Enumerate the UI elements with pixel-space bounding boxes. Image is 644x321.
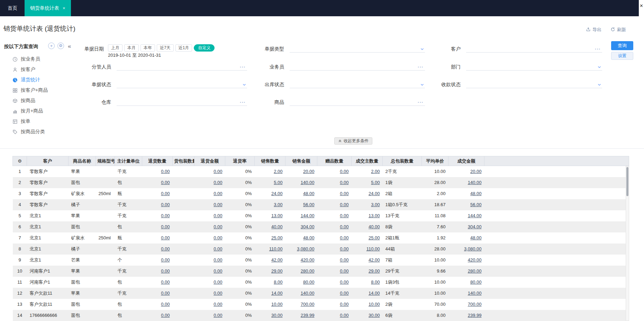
cell-value-link[interactable]: 0.00 [161, 180, 170, 185]
sidebar-item-return-statistics[interactable]: 退货统计 [0, 75, 80, 85]
cell-value-link[interactable]: 304.00 [301, 224, 315, 229]
warehouse-picker[interactable]: ··· [117, 98, 247, 106]
sidebar-item-by-product[interactable]: 按商品 [0, 95, 80, 106]
date-range-text[interactable]: 2019-10-01 至 2020-01-31 [108, 52, 161, 58]
cell-value-link[interactable]: 239.99 [301, 313, 315, 318]
cell-value-link[interactable]: 0.00 [214, 169, 222, 174]
cell-value-link[interactable]: 0.00 [340, 302, 348, 307]
cell-value-link[interactable]: 0.00 [340, 268, 348, 274]
cell-value-link[interactable]: 5.00 [371, 180, 380, 185]
cell-value-link[interactable]: 3,080.00 [297, 246, 315, 251]
cell-value-link[interactable]: 48.00 [470, 235, 482, 240]
cell-value-link[interactable]: 110.00 [269, 246, 283, 251]
cell-value-link[interactable]: 0.00 [214, 235, 222, 240]
add-scheme-button[interactable]: + [48, 43, 55, 49]
cell-value-link[interactable]: 0.00 [214, 291, 222, 296]
collapse-more-conditions-button[interactable]: 收起更多条件 [334, 137, 372, 145]
column-header[interactable]: 货包装数量 [173, 156, 194, 166]
cell-value-link[interactable]: 0.00 [214, 257, 222, 263]
column-header[interactable]: 总包装数量 [383, 156, 422, 166]
vertical-scrollbar[interactable] [626, 166, 629, 321]
cell-value-link[interactable]: 80.00 [303, 279, 315, 285]
cell-value-link[interactable]: 0.00 [161, 191, 170, 196]
doc-status-select[interactable] [117, 80, 247, 88]
table-row[interactable]: 10河南客户1苹果千克0.000.000%29.00280.000.0029.0… [13, 266, 629, 277]
product-picker[interactable]: ··· [290, 98, 425, 106]
cell-value-link[interactable]: 0.00 [214, 279, 222, 285]
tab-sales-statistics[interactable]: 销货单统计表 × [25, 0, 71, 16]
date-quick-this-year[interactable]: 本年 [140, 44, 155, 52]
cell-value-link[interactable]: 0.00 [161, 291, 170, 296]
cell-value-link[interactable]: 10.00 [369, 302, 380, 307]
cell-value-link[interactable]: 40.00 [271, 224, 283, 229]
date-quick-last-1-month[interactable]: 近1月 [175, 44, 192, 52]
cell-value-link[interactable]: 280.00 [468, 268, 482, 274]
scrollbar-thumb[interactable] [626, 167, 628, 196]
cell-value-link[interactable]: 0.00 [161, 268, 170, 274]
column-header[interactable]: 退货数量 [142, 156, 173, 166]
cell-value-link[interactable]: 3.00 [274, 202, 282, 207]
cell-value-link[interactable]: 10.00 [271, 302, 283, 307]
cell-value-link[interactable]: 13.00 [271, 213, 283, 218]
export-button[interactable]: 导出 [586, 27, 601, 33]
refresh-button[interactable]: 刷新 [610, 27, 626, 33]
cell-value-link[interactable]: 0.00 [340, 191, 348, 196]
cell-value-link[interactable]: 0.00 [340, 235, 348, 240]
cell-value-link[interactable]: 420.00 [468, 257, 482, 263]
table-row[interactable]: 1零散客户苹果千克0.000.000%2.0020.000.002.002千克1… [13, 166, 629, 177]
cell-value-link[interactable]: 0.00 [161, 235, 170, 240]
cell-value-link[interactable]: 48.00 [303, 235, 315, 240]
cell-value-link[interactable]: 700.00 [301, 302, 315, 307]
sidebar-collapse-icon[interactable]: « [68, 43, 71, 50]
cell-value-link[interactable]: 29.00 [271, 268, 283, 274]
cell-value-link[interactable]: 0.00 [340, 291, 348, 296]
doc-type-select[interactable] [290, 44, 425, 53]
cell-value-link[interactable]: 13.00 [369, 213, 380, 218]
cell-value-link[interactable]: 0.00 [161, 213, 170, 218]
cell-value-link[interactable]: 0.00 [161, 279, 170, 285]
cell-value-link[interactable]: 0.00 [214, 180, 222, 185]
cell-value-link[interactable]: 56.00 [303, 202, 315, 207]
cell-value-link[interactable]: 20.00 [303, 169, 315, 174]
cell-value-link[interactable]: 5.00 [274, 180, 282, 185]
cell-value-link[interactable]: 0.00 [214, 191, 222, 196]
cell-value-link[interactable]: 8.00 [371, 279, 380, 285]
date-quick-last-month[interactable]: 上月 [108, 44, 123, 52]
cell-value-link[interactable]: 0.00 [340, 313, 348, 318]
cell-value-link[interactable]: 80.00 [470, 279, 482, 285]
cell-value-link[interactable]: 25.00 [369, 235, 380, 240]
cell-value-link[interactable]: 0.00 [214, 268, 222, 274]
table-row[interactable]: 9北京1芒果个0.000.000%42.00420.000.0042.007箱1… [13, 255, 629, 266]
cell-value-link[interactable]: 56.00 [470, 202, 482, 207]
cell-value-link[interactable]: 42.00 [271, 257, 283, 263]
column-header[interactable]: 客户 [27, 156, 69, 166]
cell-value-link[interactable]: 24.00 [369, 191, 380, 196]
sidebar-item-by-salesman[interactable]: 按业务员 [0, 54, 80, 64]
table-row[interactable]: 1417666666666面包包0.000.000%30.00239.990.0… [13, 310, 629, 321]
cell-value-link[interactable]: 280.00 [301, 268, 315, 274]
table-row[interactable]: 4零散客户橘子千克0.000.000%3.0056.000.003.001箱0.… [13, 199, 629, 210]
cell-value-link[interactable]: 2.00 [274, 169, 282, 174]
date-quick-last-7-days[interactable]: 近7天 [157, 44, 174, 52]
cell-value-link[interactable]: 0.00 [340, 279, 348, 285]
cell-value-link[interactable]: 29.00 [369, 268, 380, 274]
query-button[interactable]: 查询 [611, 41, 633, 50]
sidebar-item-product-category[interactable]: 按商品分类 [0, 127, 80, 137]
cell-value-link[interactable]: 42.00 [369, 257, 380, 263]
cell-value-link[interactable]: 14.00 [369, 291, 380, 296]
cell-value-link[interactable]: 0.00 [214, 246, 222, 251]
cell-value-link[interactable]: 40.00 [369, 224, 380, 229]
tab-close-icon[interactable]: × [63, 6, 65, 11]
column-header[interactable]: 主计量单位 [115, 156, 142, 166]
cell-value-link[interactable]: 0.00 [161, 302, 170, 307]
cell-value-link[interactable]: 48.00 [470, 191, 482, 196]
cell-value-link[interactable]: 0.00 [340, 180, 348, 185]
sidebar-item-by-order[interactable]: 按单 [0, 116, 80, 127]
column-header[interactable]: 平均单价 [422, 156, 448, 166]
table-column-settings-gear-icon[interactable]: ⚙ [13, 156, 27, 166]
cell-value-link[interactable]: 0.00 [161, 246, 170, 251]
cell-value-link[interactable]: 0.00 [161, 202, 170, 207]
cell-value-link[interactable]: 20.00 [470, 169, 482, 174]
table-row[interactable]: 11河南客户1面包包0.000.000%8.0080.000.008.001袋3… [13, 277, 629, 288]
cell-value-link[interactable]: 0.00 [340, 224, 348, 229]
